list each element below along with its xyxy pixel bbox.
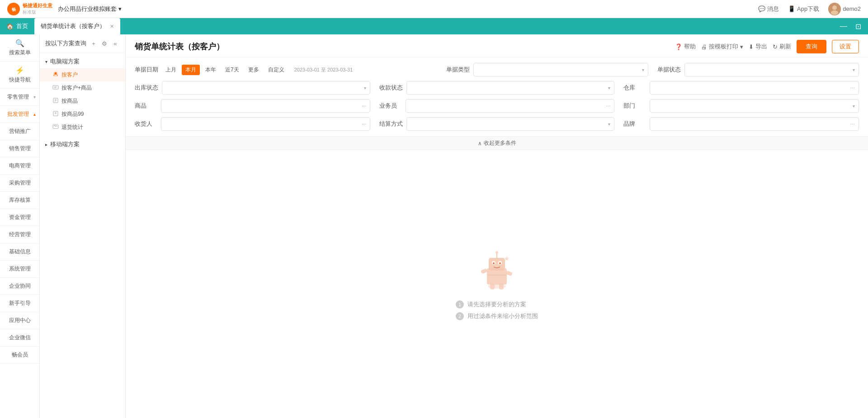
dots-icon: ···: [850, 121, 855, 127]
filter-out-status: 出库状态 ▾: [135, 81, 370, 95]
sidebar-item-inventory[interactable]: 库存核算: [0, 192, 39, 209]
sidebar-sales-label: 销售管理: [9, 145, 31, 152]
dots-icon: ···: [362, 103, 366, 109]
sidebar-item-member[interactable]: 畅会员: [0, 347, 39, 364]
dots-icon: ···: [606, 103, 610, 109]
sidebar-system-label: 系统管理: [9, 265, 31, 273]
warehouse-select[interactable]: ···: [650, 81, 859, 95]
brand-select[interactable]: ···: [650, 117, 859, 131]
panel-header-label: 按以下方案查询: [45, 39, 86, 48]
scheme-item-by-product[interactable]: 按商品: [40, 95, 125, 108]
sidebar-item-ecommerce[interactable]: 电商管理: [0, 157, 39, 175]
sidebar-item-search[interactable]: 🔍 搜索菜单: [0, 34, 39, 62]
refund-icon: [52, 124, 59, 131]
app-logo-icon: 畅: [7, 3, 20, 15]
chevron-down-icon: ▾: [642, 67, 644, 72]
chevron-down-icon: ▾: [364, 86, 366, 90]
setting-button[interactable]: 设置: [832, 40, 859, 53]
sidebar-search-label: 搜索菜单: [9, 49, 31, 57]
settlement-select[interactable]: ▾: [406, 117, 615, 131]
sidebar-item-wechat[interactable]: 企业微信: [0, 329, 39, 347]
query-button[interactable]: 查询: [797, 40, 826, 53]
export-button[interactable]: ⬇ 导出: [749, 43, 767, 51]
tab-sales-stat-label: 销货单统计表（按客户）: [41, 22, 105, 30]
scheme-group-mobile-header[interactable]: ▸ 移动端方案: [40, 138, 125, 151]
sidebar-item-system[interactable]: 系统管理: [0, 261, 39, 278]
collapse-bar[interactable]: ∧ 收起更多条件: [126, 137, 868, 150]
sidebar-item-finance[interactable]: 资金管理: [0, 209, 39, 226]
sidebar-item-appcenter[interactable]: 应用中心: [0, 312, 39, 329]
sidebar-item-cooperation[interactable]: 企业协同: [0, 278, 39, 295]
dots-icon: ···: [850, 85, 855, 91]
tab-minimize-button[interactable]: —: [838, 21, 849, 32]
date-tab-thismonth[interactable]: 本月: [182, 65, 200, 75]
message-button[interactable]: 💬 消息: [758, 5, 779, 13]
account-selector[interactable]: 办公用品行业模拟账套 ▾: [58, 5, 122, 13]
header-left: 畅 畅捷通好生意 标准版 办公用品行业模拟账套 ▾: [7, 2, 122, 15]
sidebar-item-wholesale[interactable]: 批发管理 ▴: [0, 106, 39, 123]
sidebar-item-basic[interactable]: 基础信息: [0, 243, 39, 261]
receiver-select[interactable]: ···: [161, 117, 370, 131]
sidebar-item-retail[interactable]: 零售管理 ▾: [0, 89, 39, 106]
add-scheme-button[interactable]: +: [89, 39, 98, 48]
tab-maximize-button[interactable]: ⊡: [853, 21, 863, 32]
date-tab-last7days[interactable]: 近7天: [222, 65, 243, 75]
collapse-panel-button[interactable]: «: [111, 39, 120, 48]
collapse-icon: ∧: [478, 140, 482, 147]
date-tab-more[interactable]: 更多: [245, 65, 263, 75]
filter-row-2: 出库状态 ▾ 收款状态 ▾ 仓库: [135, 81, 859, 95]
scheme-group-desktop-header[interactable]: ▾ 电脑端方案: [40, 55, 125, 68]
date-tab-lastmonth[interactable]: 上月: [162, 65, 180, 75]
chevron-down-icon: ▾: [45, 59, 47, 64]
sidebar-item-operations[interactable]: 经营管理: [0, 226, 39, 243]
order-status-label: 单据状态: [657, 66, 681, 74]
help-button[interactable]: ❓ 帮助: [675, 43, 696, 51]
sidebar-item-sales[interactable]: 销售管理: [0, 140, 39, 157]
date-tabs: 上月 本月 本年 近7天 更多 自定义: [162, 65, 288, 75]
svg-rect-29: [490, 283, 495, 290]
filter-payment-status: 收款状态 ▾: [379, 81, 615, 95]
scheme-item-by-customer[interactable]: 按客户: [40, 68, 125, 81]
template-print-button[interactable]: 🖨 按模板打印 ▾: [701, 43, 743, 51]
sidebar-item-quicknav[interactable]: ⚡ 快捷导航: [0, 62, 39, 89]
tab-sales-stat[interactable]: 销货单统计表（按客户） ✕: [34, 18, 120, 34]
scheme-item-refund-stat-label: 退货统计: [61, 124, 83, 131]
right-panel: 销货单统计表（按客户） ❓ 帮助 🖨 按模板打印 ▾ ⬇ 导出: [126, 34, 868, 418]
filter-row-4: 收货人 ··· 结算方式 ▾ 品牌: [135, 117, 859, 131]
salesperson-select[interactable]: ···: [406, 99, 615, 113]
scheme-item-refund-stat[interactable]: 退货统计: [40, 121, 125, 134]
sidebar-item-newuser[interactable]: 新手引导: [0, 295, 39, 312]
help-label: 帮助: [684, 43, 696, 51]
dots-icon: ···: [362, 121, 366, 127]
order-status-select[interactable]: ▾: [684, 63, 859, 76]
scheme-item-by-product-99[interactable]: 按商品99: [40, 108, 125, 121]
svg-text:畅: 畅: [12, 7, 16, 12]
sidebar-item-purchase[interactable]: 采购管理: [0, 175, 39, 192]
svg-point-26: [495, 251, 498, 254]
sidebar-cooperation-label: 企业协同: [9, 282, 31, 290]
tab-close-icon[interactable]: ✕: [110, 24, 114, 29]
department-select[interactable]: ▾: [650, 99, 859, 113]
salesperson-label: 业务员: [379, 102, 402, 110]
order-type-select[interactable]: ▾: [473, 63, 648, 76]
header-right: 💬 消息 📱 App下载 demo2: [758, 3, 861, 15]
date-tab-custom[interactable]: 自定义: [264, 65, 288, 75]
tab-home[interactable]: 🏠 首页: [0, 18, 34, 34]
svg-point-23: [493, 262, 495, 264]
date-tab-thisyear[interactable]: 本年: [202, 65, 220, 75]
out-status-select[interactable]: ▾: [162, 81, 370, 95]
app-download-button[interactable]: 📱 App下载: [788, 5, 819, 13]
sidebar-purchase-label: 采购管理: [9, 179, 31, 187]
collapse-button[interactable]: ∧ 收起更多条件: [478, 139, 516, 147]
payment-status-select[interactable]: ▾: [406, 81, 615, 95]
user-profile[interactable]: demo2: [828, 3, 861, 15]
filter-order-status: 单据状态 ▾: [657, 63, 859, 76]
refresh-button[interactable]: ↻ 刷新: [773, 43, 791, 51]
scheme-settings-button[interactable]: ⚙: [100, 39, 109, 48]
empty-hint-1-text: 请先选择要分析的方案: [467, 300, 526, 309]
scheme-item-by-customer-product[interactable]: 按客户+商品: [40, 81, 125, 95]
account-name: 办公用品行业模拟账套: [58, 5, 117, 13]
sidebar-item-marketing[interactable]: 营销推广: [0, 123, 39, 140]
product-select[interactable]: ···: [161, 99, 370, 113]
sidebar: 🔍 搜索菜单 ⚡ 快捷导航 零售管理 ▾ 批发管理 ▴ 营销推广 销售管理 电商…: [0, 34, 40, 418]
